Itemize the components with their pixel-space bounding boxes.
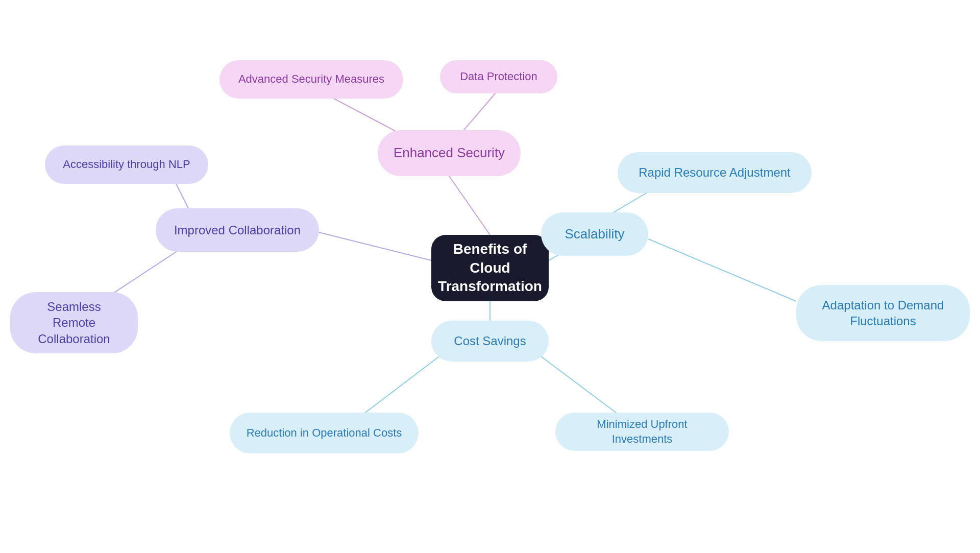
svg-line-8 — [648, 239, 796, 301]
improved-collab-node: Improved Collaboration — [156, 208, 319, 252]
rapid-resource-node: Rapid Resource Adjustment — [618, 152, 812, 193]
seamless-remote-node: Seamless Remote Collaboration — [10, 292, 138, 353]
advanced-security-node: Advanced Security Measures — [219, 60, 403, 99]
cost-savings-node: Cost Savings — [431, 321, 549, 362]
enhanced-security-node: Enhanced Security — [378, 130, 521, 176]
svg-line-0 — [449, 176, 490, 235]
scalability-node: Scalability — [541, 212, 648, 256]
svg-line-2 — [459, 89, 499, 135]
data-protection-node: Data Protection — [440, 60, 557, 93]
adaptation-node: Adaptation to Demand Fluctuations — [796, 285, 970, 341]
svg-line-3 — [319, 232, 431, 260]
reduction-node: Reduction in Operational Costs — [230, 413, 419, 453]
center-node: Benefits of Cloud Transformation — [431, 235, 549, 301]
minimized-node: Minimized Upfront Investments — [555, 413, 729, 451]
accessibility-node: Accessibility through NLP — [45, 146, 208, 184]
